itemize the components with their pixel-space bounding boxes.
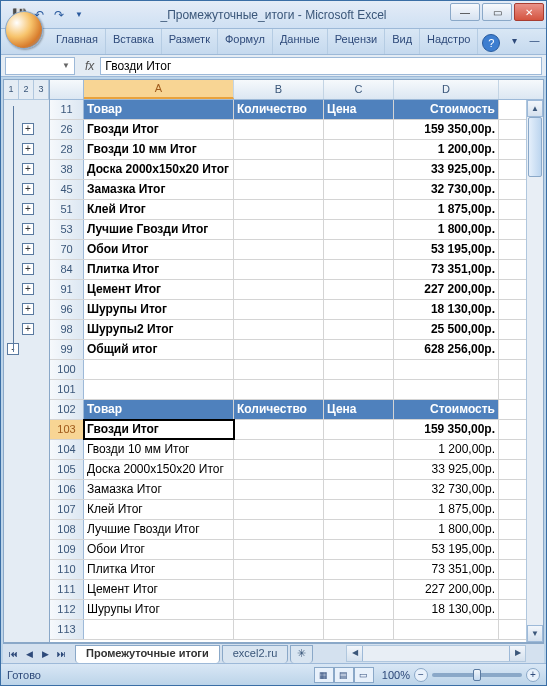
zoom-in-icon[interactable]: + <box>526 668 540 682</box>
outline-expand-icon[interactable]: + <box>22 143 34 155</box>
tab-formulas[interactable]: Формул <box>218 29 273 54</box>
cell[interactable] <box>324 180 394 199</box>
cell[interactable] <box>234 140 324 159</box>
cell[interactable]: Цемент Итог <box>84 280 234 299</box>
cell[interactable] <box>394 620 499 639</box>
outline-expand-icon[interactable]: + <box>22 243 34 255</box>
cell[interactable]: 1 875,00р. <box>394 200 499 219</box>
row-header[interactable]: 101 <box>50 380 84 399</box>
formula-input[interactable]: Гвозди Итог <box>100 57 542 75</box>
cell[interactable]: 25 500,00р. <box>394 320 499 339</box>
minimize-button[interactable]: — <box>450 3 480 21</box>
cell[interactable]: Лучшие Гвозди Итог <box>84 520 234 539</box>
cell[interactable]: Лучшие Гвозди Итог <box>84 220 234 239</box>
cell[interactable]: 32 730,00р. <box>394 480 499 499</box>
cell[interactable]: Обои Итог <box>84 540 234 559</box>
tab-addins[interactable]: Надстро <box>420 29 478 54</box>
cell[interactable]: 33 925,00р. <box>394 160 499 179</box>
cell[interactable]: 1 200,00р. <box>394 140 499 159</box>
col-header-b[interactable]: B <box>234 80 324 99</box>
cell[interactable]: Количество <box>234 400 324 419</box>
cell[interactable]: 73 351,00р. <box>394 260 499 279</box>
row-header[interactable]: 104 <box>50 440 84 459</box>
cell[interactable]: 18 130,00р. <box>394 300 499 319</box>
cell[interactable]: Гвозди Итог <box>84 420 234 439</box>
cell[interactable] <box>234 220 324 239</box>
tab-insert[interactable]: Вставка <box>106 29 162 54</box>
cell[interactable] <box>234 340 324 359</box>
outline-level-3[interactable]: 3 <box>34 80 49 99</box>
row-header[interactable]: 70 <box>50 240 84 259</box>
cell[interactable]: 227 200,00р. <box>394 280 499 299</box>
cell[interactable] <box>324 140 394 159</box>
cell[interactable]: 32 730,00р. <box>394 180 499 199</box>
row-header[interactable]: 38 <box>50 160 84 179</box>
cell[interactable] <box>234 460 324 479</box>
workbook-minimize-icon[interactable]: — <box>526 35 542 49</box>
hscroll-left-icon[interactable]: ◀ <box>347 646 363 661</box>
cell[interactable]: 1 800,00р. <box>394 220 499 239</box>
cell[interactable] <box>324 540 394 559</box>
cell[interactable] <box>234 540 324 559</box>
close-button[interactable]: ✕ <box>514 3 544 21</box>
tab-review[interactable]: Рецензи <box>328 29 386 54</box>
row-header[interactable]: 111 <box>50 580 84 599</box>
cell[interactable] <box>234 480 324 499</box>
outline-expand-icon[interactable]: + <box>22 283 34 295</box>
cell[interactable]: Гвозди 10 мм Итог <box>84 440 234 459</box>
outline-expand-icon[interactable]: + <box>22 263 34 275</box>
cell[interactable] <box>324 600 394 619</box>
cell[interactable] <box>234 440 324 459</box>
outline-expand-icon[interactable]: + <box>22 203 34 215</box>
cell[interactable] <box>234 520 324 539</box>
sheet-nav-first-icon[interactable]: ⏮ <box>5 646 21 662</box>
row-header[interactable]: 109 <box>50 540 84 559</box>
cell[interactable] <box>234 240 324 259</box>
cell[interactable]: Клей Итог <box>84 200 234 219</box>
cell[interactable]: Гвозди Итог <box>84 120 234 139</box>
cell[interactable]: Плитка Итог <box>84 560 234 579</box>
tab-home[interactable]: Главная <box>49 29 106 54</box>
cell[interactable]: 18 130,00р. <box>394 600 499 619</box>
row-header[interactable]: 100 <box>50 360 84 379</box>
cell[interactable] <box>234 280 324 299</box>
cell[interactable] <box>234 560 324 579</box>
row-header[interactable]: 110 <box>50 560 84 579</box>
sheet-nav-last-icon[interactable]: ⏭ <box>53 646 69 662</box>
select-all-button[interactable] <box>50 80 84 99</box>
cell[interactable]: 159 350,00р. <box>394 420 499 439</box>
name-box-dropdown-icon[interactable]: ▼ <box>62 61 70 70</box>
cell[interactable] <box>234 180 324 199</box>
outline-level-2[interactable]: 2 <box>19 80 34 99</box>
cell[interactable]: Товар <box>84 400 234 419</box>
cell[interactable]: Замазка Итог <box>84 180 234 199</box>
cell[interactable]: Шурупы Итог <box>84 600 234 619</box>
maximize-button[interactable]: ▭ <box>482 3 512 21</box>
cell[interactable]: Шурупы2 Итог <box>84 320 234 339</box>
cell[interactable]: 1 875,00р. <box>394 500 499 519</box>
row-header[interactable]: 84 <box>50 260 84 279</box>
tab-view[interactable]: Вид <box>385 29 420 54</box>
vertical-scrollbar[interactable]: ▲ ▼ <box>526 100 543 642</box>
cell[interactable]: 1 200,00р. <box>394 440 499 459</box>
scroll-thumb[interactable] <box>528 117 542 177</box>
redo-icon[interactable]: ↷ <box>51 7 67 23</box>
cell[interactable]: Шурупы Итог <box>84 300 234 319</box>
row-header[interactable]: 51 <box>50 200 84 219</box>
sheet-tab-insert[interactable]: ✳ <box>290 645 313 663</box>
cell[interactable]: Стоимость <box>394 400 499 419</box>
row-header[interactable]: 107 <box>50 500 84 519</box>
cell[interactable]: 227 200,00р. <box>394 580 499 599</box>
row-header[interactable]: 53 <box>50 220 84 239</box>
row-header[interactable]: 98 <box>50 320 84 339</box>
cell[interactable] <box>324 120 394 139</box>
row-header[interactable]: 102 <box>50 400 84 419</box>
horizontal-scrollbar[interactable]: ◀ ▶ <box>346 645 526 662</box>
cell[interactable] <box>324 260 394 279</box>
row-header[interactable]: 96 <box>50 300 84 319</box>
cell[interactable] <box>324 220 394 239</box>
cell[interactable]: 53 195,00р. <box>394 240 499 259</box>
cell[interactable] <box>234 260 324 279</box>
cell[interactable]: Плитка Итог <box>84 260 234 279</box>
row-header[interactable]: 113 <box>50 620 84 639</box>
